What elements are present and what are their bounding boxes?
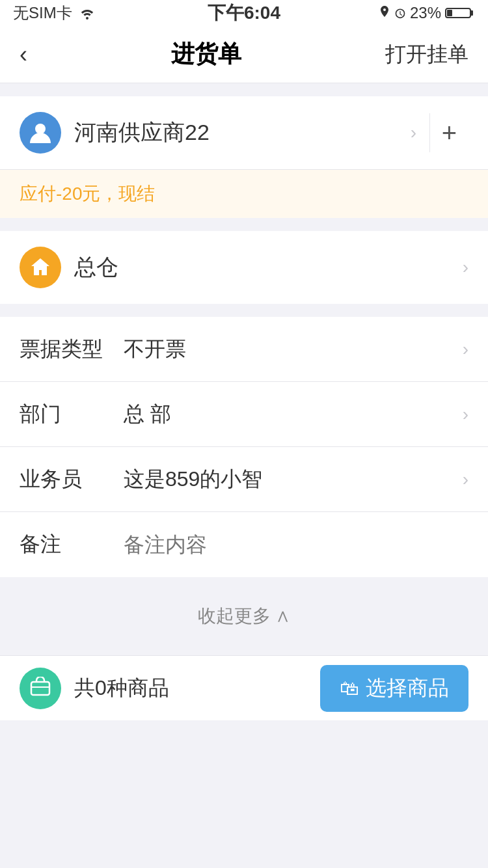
product-icon <box>20 668 61 709</box>
add-supplier-button[interactable]: + <box>429 113 468 152</box>
warehouse-chevron: › <box>463 257 468 278</box>
section-gap-1 <box>0 83 488 96</box>
warehouse-name: 总仓 <box>74 252 463 282</box>
form-section: 票据类型 不开票 › 部门 总 部 › 业务员 这是859的小智 › 备注 <box>0 317 488 577</box>
section-gap-2 <box>0 218 488 231</box>
battery-icon <box>445 6 475 20</box>
sales-label: 业务员 <box>20 465 111 494</box>
supplier-chevron: › <box>411 122 416 143</box>
supplier-section: 河南供应商22 › + <box>0 96 488 170</box>
back-button[interactable]: ‹ <box>20 41 27 68</box>
dept-label: 部门 <box>20 400 111 429</box>
remark-label: 备注 <box>20 530 111 559</box>
dept-value: 总 部 <box>111 400 463 429</box>
open-pending-button[interactable]: 打开挂单 <box>385 40 468 69</box>
select-cart-icon: 🛍 <box>340 677 359 699</box>
supplier-name[interactable]: 河南供应商22 <box>74 118 411 148</box>
status-time: 下午6:04 <box>208 1 280 25</box>
dept-row[interactable]: 部门 总 部 › <box>0 382 488 447</box>
sales-row[interactable]: 业务员 这是859的小智 › <box>0 447 488 512</box>
cart-icon <box>29 677 52 700</box>
wifi-icon <box>77 6 97 20</box>
ticket-value: 不开票 <box>111 335 463 364</box>
status-bar: 无SIM卡 下午6:04 23% <box>0 0 488 26</box>
dept-chevron: › <box>463 404 468 425</box>
warehouse-section[interactable]: 总仓 › <box>0 231 488 304</box>
remark-input[interactable] <box>111 533 468 557</box>
collapse-row[interactable]: 收起更多 ∧ <box>0 590 488 642</box>
supplier-avatar <box>20 112 61 154</box>
ticket-label: 票据类型 <box>20 335 111 364</box>
remark-row[interactable]: 备注 <box>0 512 488 577</box>
user-icon <box>27 120 53 146</box>
svg-rect-2 <box>470 10 473 16</box>
product-count: 共0种商品 <box>74 674 320 703</box>
svg-rect-3 <box>447 10 452 16</box>
sales-value: 这是859的小智 <box>111 465 463 494</box>
status-carrier: 无SIM卡 <box>13 3 97 23</box>
ticket-chevron: › <box>463 339 468 360</box>
page-footer <box>0 720 488 868</box>
sales-chevron: › <box>463 469 468 490</box>
collapse-label: 收起更多 ∧ <box>198 604 291 629</box>
ticket-type-row[interactable]: 票据类型 不开票 › <box>0 317 488 382</box>
svg-point-4 <box>35 124 46 134</box>
select-product-label: 选择商品 <box>366 674 449 703</box>
status-right: 23% <box>379 4 475 22</box>
warehouse-icon <box>20 247 61 288</box>
bottom-bar: 共0种商品 🛍 选择商品 <box>0 655 488 720</box>
notice-banner: 应付-20元，现结 <box>0 170 488 218</box>
nav-bar: ‹ 进货单 打开挂单 <box>0 26 488 83</box>
svg-rect-5 <box>31 682 49 695</box>
location-icon <box>379 6 390 20</box>
select-product-button[interactable]: 🛍 选择商品 <box>320 665 468 712</box>
page-title: 进货单 <box>171 38 241 70</box>
alarm-icon <box>394 6 406 20</box>
home-icon <box>29 256 52 279</box>
